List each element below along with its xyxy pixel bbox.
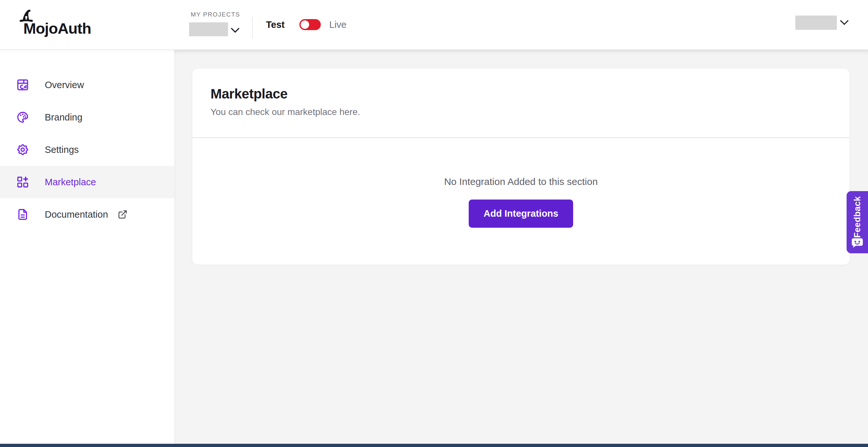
page-subtitle: You can check our marketplace here. bbox=[211, 107, 831, 117]
feedback-label: Feedback bbox=[852, 196, 863, 238]
card-header: Marketplace You can check our marketplac… bbox=[192, 69, 849, 137]
sidebar-item-label: Settings bbox=[45, 144, 79, 155]
feedback-tab[interactable]: Feedback bbox=[846, 191, 868, 253]
card-body: No Integration Added to this section Add… bbox=[192, 137, 849, 265]
marketplace-card: Marketplace You can check our marketplac… bbox=[192, 69, 849, 265]
gear-icon bbox=[16, 143, 29, 156]
grid-plus-icon bbox=[16, 176, 29, 188]
my-projects-label: MY PROJECTS bbox=[191, 11, 240, 18]
chevron-down-icon bbox=[230, 28, 240, 33]
sidebar-item-branding[interactable]: Branding bbox=[0, 101, 174, 133]
env-live-label: Live bbox=[329, 20, 346, 30]
external-link-icon bbox=[118, 210, 127, 219]
sidebar-item-documentation[interactable]: Documentation bbox=[0, 198, 174, 231]
sidebar-item-marketplace[interactable]: Marketplace bbox=[0, 166, 174, 198]
sidebar-item-label: Branding bbox=[45, 112, 83, 123]
account-menu[interactable] bbox=[795, 14, 850, 31]
main-content: Marketplace You can check our marketplac… bbox=[174, 50, 868, 444]
page-title: Marketplace bbox=[211, 86, 831, 102]
add-integrations-button[interactable]: Add Integrations bbox=[469, 200, 573, 228]
sidebar-item-label: Overview bbox=[45, 80, 84, 90]
top-bar: MojoAuth MY PROJECTS Test Live bbox=[0, 0, 868, 49]
sidebar-item-settings[interactable]: Settings bbox=[0, 133, 174, 166]
header-divider bbox=[252, 17, 253, 39]
sidebar-item-label: Documentation bbox=[45, 209, 108, 220]
empty-state-text: No Integration Added to this section bbox=[444, 176, 598, 187]
env-test-label: Test bbox=[266, 20, 284, 30]
dashboard-icon bbox=[16, 78, 29, 91]
sidebar-item-overview[interactable]: Overview bbox=[0, 69, 174, 101]
project-selector[interactable] bbox=[189, 22, 244, 36]
chevron-down-icon bbox=[840, 20, 849, 26]
palette-icon bbox=[16, 111, 29, 124]
document-icon bbox=[16, 208, 29, 221]
sidebar-item-label: Marketplace bbox=[45, 177, 96, 187]
env-toggle[interactable] bbox=[300, 19, 321, 30]
brand-logo[interactable]: MojoAuth bbox=[18, 0, 122, 49]
bottom-accent-bar bbox=[0, 444, 868, 447]
sidebar: Overview Branding Settings Marketplace bbox=[0, 50, 174, 444]
account-name-redacted bbox=[795, 15, 837, 30]
chat-smiley-icon bbox=[851, 237, 864, 249]
toggle-knob bbox=[301, 21, 309, 29]
brand-name: MojoAuth bbox=[23, 20, 91, 37]
project-name-redacted bbox=[189, 22, 228, 36]
